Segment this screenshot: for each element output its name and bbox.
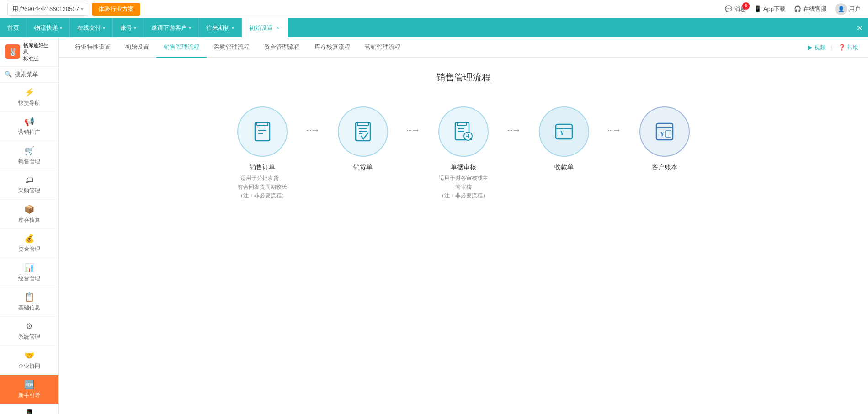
svg-text:¥: ¥	[660, 130, 664, 138]
tab-period[interactable]: 往来期初 ▾	[199, 18, 242, 37]
new-guide-label: 新手引导	[18, 392, 40, 399]
sales-icon: 🛒	[24, 146, 34, 156]
user-selector[interactable]: 用户690企业1660120507 ▾	[7, 3, 88, 16]
sidebar-item-collab[interactable]: 🤝 企业协同	[0, 346, 58, 375]
new-guide-icon: 🆕	[24, 380, 34, 390]
sub-tab-inventory-flow[interactable]: 库存核算流程	[307, 37, 357, 58]
sidebar-item-marketing[interactable]: 📢 营销推广	[0, 112, 58, 141]
purchase-label: 采购管理	[18, 187, 40, 195]
tab-account-label: 账号	[120, 24, 132, 32]
review-desc: 适用于财务审核或主管审核（注：非必要流程）	[439, 174, 488, 201]
divider: |	[831, 44, 833, 51]
close-all-tabs-button[interactable]: ✕	[851, 18, 868, 37]
sidebar-item-purchase[interactable]: 🏷 采购管理	[0, 170, 58, 200]
tab-init-settings-label: 初始设置	[249, 24, 273, 32]
app-download-button[interactable]: 📱 App下载	[754, 5, 786, 13]
app-label: App下载	[763, 5, 786, 13]
flow-circle-sales-order	[237, 106, 288, 157]
sub-tab-sales-flow[interactable]: 销售管理流程	[156, 37, 207, 58]
sidebar-item-new-guide[interactable]: 🆕 新手引导	[0, 375, 58, 404]
experience-button[interactable]: 体验行业方案	[92, 3, 140, 16]
help-link[interactable]: ❓ 帮助	[838, 43, 859, 52]
flow-circle-receipt: ¥	[539, 106, 589, 157]
video-link[interactable]: ▶ 视频	[808, 43, 826, 52]
chevron-down-icon: ▾	[81, 6, 83, 11]
search-icon: 🔍	[5, 71, 12, 78]
sidebar-item-basic[interactable]: 📋 基础信息	[0, 287, 58, 317]
app-center-icon: 📱	[24, 409, 34, 414]
review-name: 单据审核	[451, 163, 476, 171]
tab-logistics[interactable]: 物流快递 ▾	[27, 18, 70, 37]
quick-nav-label: 快捷导航	[18, 100, 40, 107]
logo-line2: 标准版	[23, 55, 53, 62]
finance-label: 资金管理	[18, 246, 40, 253]
svg-rect-25	[666, 131, 671, 137]
receipt-name: 收款单	[554, 163, 574, 171]
service-label: 在线客服	[803, 5, 827, 13]
sidebar-logo: 🐰 畅库通好生意 标准版	[0, 37, 58, 67]
search-menu-label: 搜索菜单	[15, 70, 38, 79]
play-icon: ▶	[808, 44, 813, 51]
flow-step-review: 单据审核 适用于财务审核或主管审核（注：非必要流程）	[427, 106, 500, 201]
sidebar-item-quick-nav[interactable]: ⚡ 快捷导航	[0, 83, 58, 112]
ledger-name: 客户账本	[652, 163, 677, 171]
tab-logistics-label: 物流快递	[34, 24, 58, 32]
main-layout: 🐰 畅库通好生意 标准版 🔍 搜索菜单 ⚡ 快捷导航 📢 营销推广 🛒 销售管理…	[0, 37, 868, 414]
finance-icon: 💰	[24, 234, 34, 244]
sub-tabs: 行业特性设置 初始设置 销售管理流程 采购管理流程 资金管理流程 库存核算流程 …	[59, 37, 868, 58]
sidebar-item-system[interactable]: ⚙ 系统管理	[0, 317, 58, 346]
purchase-icon: 🏷	[25, 175, 33, 186]
logo-line1: 畅库通好生意	[23, 42, 53, 55]
system-label: 系统管理	[18, 334, 40, 341]
sidebar-item-inventory[interactable]: 📦 库存核算	[0, 200, 58, 229]
tab-home[interactable]: 首页	[0, 18, 27, 37]
online-service-button[interactable]: 🎧 在线客服	[794, 5, 827, 13]
dropdown-icon: ▾	[189, 26, 191, 31]
sales-label: 销售管理	[18, 158, 40, 165]
dropdown-icon: ▾	[60, 26, 62, 31]
flow-circle-ledger: ¥	[639, 106, 690, 157]
flow-circle-invoice	[338, 106, 388, 157]
arrow-2: ···→	[399, 106, 427, 163]
user-avatar-button[interactable]: 👤 用户	[835, 3, 861, 15]
flow-step-sales-order: 销售订单 适用于分批发货、有合同发货周期较长（注：非必要流程）	[226, 106, 299, 201]
sub-tab-init[interactable]: 初始设置	[118, 37, 156, 58]
tab-payment[interactable]: 在线支付 ▾	[70, 18, 113, 37]
arrow-4: ···→	[601, 106, 628, 163]
help-icon: ❓	[838, 44, 846, 51]
sidebar-item-finance[interactable]: 💰 资金管理	[0, 229, 58, 258]
sub-tab-marketing-flow[interactable]: 营销管理流程	[357, 37, 408, 58]
flow-step-invoice: 销货单	[326, 106, 399, 174]
content-area: 行业特性设置 初始设置 销售管理流程 采购管理流程 资金管理流程 库存核算流程 …	[59, 37, 868, 414]
sub-tab-purchase-flow[interactable]: 采购管理流程	[207, 37, 257, 58]
logo-text: 畅库通好生意 标准版	[23, 42, 53, 62]
messages-button[interactable]: 💬 消息 6	[725, 5, 746, 13]
dropdown-icon: ▾	[134, 26, 136, 31]
service-icon: 🎧	[794, 5, 801, 12]
tab-home-label: 首页	[7, 24, 19, 32]
marketing-icon: 📢	[24, 117, 34, 127]
close-icon[interactable]: ✕	[276, 25, 280, 31]
sub-tab-industry[interactable]: 行业特性设置	[68, 37, 118, 58]
sidebar-item-ops[interactable]: 📊 经营管理	[0, 258, 58, 287]
tab-init-settings[interactable]: 初始设置 ✕	[242, 18, 288, 37]
sub-tab-actions: ▶ 视频 | ❓ 帮助	[808, 43, 859, 52]
tab-invite[interactable]: 邀请下游客户 ▾	[144, 18, 199, 37]
inventory-label: 库存核算	[18, 217, 40, 224]
sub-tab-finance-flow[interactable]: 资金管理流程	[257, 37, 307, 58]
message-icon: 💬	[725, 5, 732, 12]
sidebar-item-app-center[interactable]: 📱 应用中心	[0, 404, 58, 414]
marketing-label: 营销推广	[18, 129, 40, 136]
ops-icon: 📊	[24, 263, 34, 273]
dropdown-icon: ▾	[232, 26, 234, 31]
dropdown-icon: ▾	[103, 26, 105, 31]
inventory-icon: 📦	[24, 204, 34, 215]
ops-label: 经营管理	[18, 275, 40, 282]
tab-account[interactable]: 账号 ▾	[113, 18, 144, 37]
sidebar-item-sales[interactable]: 🛒 销售管理	[0, 141, 58, 170]
arrow-1: ···→	[299, 106, 326, 163]
flow-step-receipt: ¥ 收款单	[527, 106, 601, 174]
message-badge: 6	[742, 2, 750, 10]
flow-step-ledger: ¥ 客户账本	[628, 106, 701, 174]
search-menu[interactable]: 🔍 搜索菜单	[0, 67, 58, 83]
